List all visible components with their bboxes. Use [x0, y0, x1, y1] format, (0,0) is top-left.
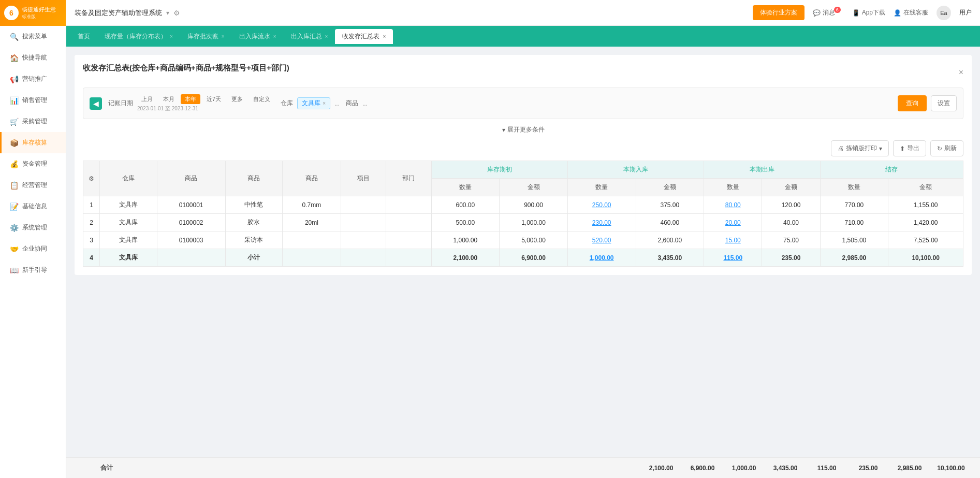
online-service-btn[interactable]: 👤 在线客服 — [894, 8, 928, 17]
system-title-dropdown-icon[interactable]: ▾ — [166, 9, 169, 17]
sidebar-item-quick-nav[interactable]: 🏠快捷导航 — [0, 47, 66, 68]
sidebar-item-cooperation[interactable]: 🤝企业协同 — [0, 238, 66, 259]
tab-home[interactable]: 首页 — [70, 29, 97, 44]
sidebar-item-inventory[interactable]: 📦库存核算 — [0, 132, 66, 153]
cell-in-qty-3[interactable]: 1,000.00 — [567, 249, 636, 267]
tab-close-batch[interactable]: × — [222, 34, 225, 39]
warehouse-tag-close[interactable]: × — [323, 100, 326, 106]
sidebar-label-search: 搜索菜单 — [22, 32, 47, 41]
col-group-in: 本期入库 — [567, 161, 704, 179]
tab-label-home: 首页 — [78, 32, 90, 41]
user-label: 用户 — [959, 8, 972, 17]
cell-out-qty-0[interactable]: 80.00 — [704, 196, 762, 214]
cell-goods-spec-0: 0.7mm — [283, 196, 341, 214]
date-btn-this-year[interactable]: 本年 — [181, 94, 200, 104]
gear-icon[interactable]: ⚙ — [173, 9, 180, 17]
table-settings-icon[interactable]: ⚙ — [89, 175, 94, 182]
table-row: 4 文具库 小计 2,100.00 6,900.00 1,000.00 3,43… — [83, 249, 963, 267]
footer-out-qty: 115.00 — [806, 465, 847, 472]
cell-goods-code-1: 0100002 — [157, 214, 225, 231]
page-container: 收发存汇总表(按仓库+商品编码+商品+规格型号+项目+部门) × ◀ 记账日期 … — [75, 55, 972, 275]
tab-batch[interactable]: 库存批次账× — [180, 29, 232, 44]
sidebar-item-system[interactable]: ⚙️系统管理 — [0, 217, 66, 238]
goods-more-btn[interactable]: ... — [362, 100, 368, 107]
cell-in-qty-2[interactable]: 520.00 — [567, 231, 636, 249]
tab-close-inout-flow[interactable]: × — [273, 34, 276, 39]
sidebar-item-business[interactable]: 📋经营管理 — [0, 175, 66, 196]
cell-out-qty-3[interactable]: 115.00 — [704, 249, 762, 267]
cell-seq-3: 4 — [83, 249, 100, 267]
date-btn-this-month[interactable]: 本月 — [159, 94, 179, 104]
date-btn-last-month[interactable]: 上月 — [137, 94, 157, 104]
warehouse-more-btn[interactable]: ... — [334, 100, 340, 107]
query-btn[interactable]: 查询 — [898, 95, 927, 111]
col-opening-qty: 数量 — [431, 179, 500, 196]
topbar-right: 体验行业方案 💬 消息 6 📱 App下载 👤 在线客服 Ea 用户 — [753, 5, 972, 20]
cell-in-qty-1[interactable]: 230.00 — [567, 214, 636, 231]
warehouse-tag[interactable]: 文具库 × — [297, 97, 330, 109]
expand-more-row[interactable]: ▾ 展开更多条件 — [83, 123, 963, 136]
tab-inout-flow[interactable]: 出入库流水× — [232, 29, 284, 44]
tab-close-inout-summary[interactable]: × — [325, 34, 328, 39]
export-btn[interactable]: ⬆ 导出 — [893, 140, 926, 156]
cell-in-amt-1: 460.00 — [636, 214, 704, 231]
app-subtitle: 标准版 — [22, 13, 56, 20]
cell-out-amt-2: 75.00 — [762, 231, 820, 249]
date-filter-label: 记账日期 — [108, 99, 133, 108]
download-icon: 📱 — [852, 9, 860, 17]
cell-out-qty-1[interactable]: 20.00 — [704, 214, 762, 231]
tab-inout-summary[interactable]: 出入库汇总× — [284, 29, 335, 44]
trial-btn[interactable]: 体验行业方案 — [753, 5, 805, 20]
date-btn-7days[interactable]: 近7天 — [202, 94, 225, 104]
tab-recv-send-summary[interactable]: 收发存汇总表× — [335, 29, 393, 44]
filter-settings-btn[interactable]: 设置 — [931, 95, 957, 111]
tab-close-inventory-dist[interactable]: × — [170, 34, 173, 39]
sidebar: 6 畅捷通好生意 标准版 🔍搜索菜单🏠快捷导航📢营销推广📊销售管理🛒采购管理📦库… — [0, 0, 66, 478]
user-avatar[interactable]: Ea — [937, 6, 951, 20]
print-btn[interactable]: 🖨 拣销版打印 ▾ — [831, 140, 889, 156]
message-btn[interactable]: 💬 消息 6 — [813, 8, 844, 17]
date-btn-custom[interactable]: 自定义 — [249, 94, 274, 104]
cell-department-0 — [386, 196, 432, 214]
cell-department-3 — [386, 249, 432, 267]
cell-warehouse-3: 文具库 — [100, 249, 157, 267]
filter-expand-btn[interactable]: ◀ — [90, 97, 102, 110]
cell-out-qty-2[interactable]: 15.00 — [704, 231, 762, 249]
sidebar-icon-search: 🔍 — [10, 33, 18, 41]
col-settings-icon[interactable]: ⚙ — [83, 161, 100, 196]
tab-inventory-dist[interactable]: 现存量（库存分布表）× — [97, 29, 180, 44]
page-close-btn[interactable]: × — [959, 68, 963, 77]
refresh-btn[interactable]: ↻ 刷新 — [930, 140, 963, 156]
sidebar-item-finance[interactable]: 💰资金管理 — [0, 153, 66, 175]
col-closing-qty: 数量 — [820, 179, 888, 196]
warehouse-tag-text: 文具库 — [302, 99, 320, 108]
cell-in-qty-0[interactable]: 250.00 — [567, 196, 636, 214]
footer-bar: 合计 2,100.00 6,900.00 1,000.00 3,435.00 1… — [66, 457, 980, 478]
sidebar-item-sales[interactable]: 📊销售管理 — [0, 90, 66, 111]
table-row: 3 文具库 0100003 采访本 1,000.00 5,000.00 520.… — [83, 231, 963, 249]
tab-close-recv-send-summary[interactable]: × — [383, 34, 386, 39]
cell-department-2 — [386, 231, 432, 249]
sidebar-item-search[interactable]: 🔍搜索菜单 — [0, 26, 66, 47]
cell-goods-name-0: 中性笔 — [225, 196, 283, 214]
cell-seq-2: 3 — [83, 231, 100, 249]
date-btn-more[interactable]: 更多 — [227, 94, 247, 104]
footer-closing-amt: 10,100.00 — [930, 465, 972, 472]
sidebar-item-purchase[interactable]: 🛒采购管理 — [0, 111, 66, 132]
warehouse-filter: 仓库 文具库 × ... — [281, 97, 340, 109]
message-label: 消息 — [823, 8, 835, 17]
cell-seq-0: 1 — [83, 196, 100, 214]
export-icon: ⬆ — [900, 145, 905, 152]
sidebar-item-guide[interactable]: 📖新手引导 — [0, 259, 66, 281]
col-group-out: 本期出库 — [704, 161, 820, 179]
cell-out-amt-1: 40.00 — [762, 214, 820, 231]
tab-label-inventory-dist: 现存量（库存分布表） — [105, 32, 167, 41]
sidebar-item-marketing[interactable]: 📢营销推广 — [0, 68, 66, 90]
page-title: 收发存汇总表(按仓库+商品编码+商品+规格型号+项目+部门) — [83, 63, 289, 73]
main-content: 收发存汇总表(按仓库+商品编码+商品+规格型号+项目+部门) × ◀ 记账日期 … — [66, 47, 980, 478]
cell-in-amt-0: 375.00 — [636, 196, 704, 214]
col-out-qty: 数量 — [704, 179, 762, 196]
app-download-btn[interactable]: 📱 App下载 — [852, 8, 885, 17]
sidebar-label-business: 经营管理 — [22, 181, 47, 190]
sidebar-item-basic-info[interactable]: 📝基础信息 — [0, 196, 66, 217]
